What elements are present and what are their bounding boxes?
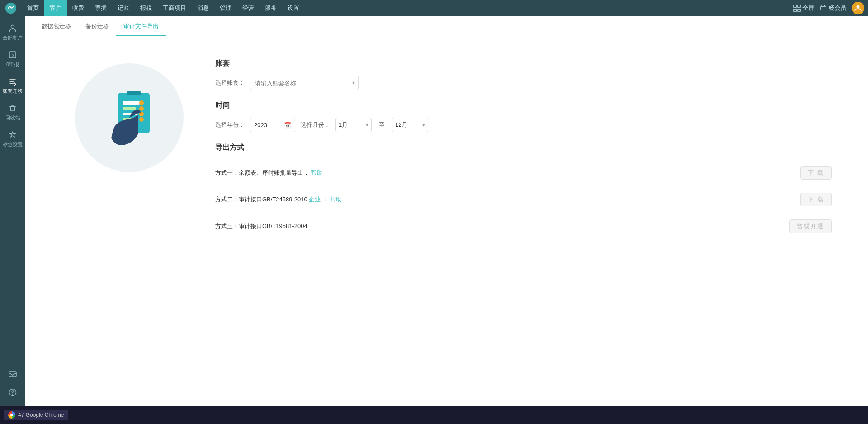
main-layout: 全部客户 0 0申报 账套迁移 回收站 标签设置 — [0, 16, 868, 406]
nav-message[interactable]: 消息 — [192, 0, 214, 16]
taskbar: 47 Google Chrome — [0, 406, 868, 424]
sidebar-label-account-migration: 账套迁移 — [3, 88, 23, 95]
export-method-2-company-link[interactable]: 企业 — [309, 196, 321, 203]
account-form-row: 选择账套： ▾ — [215, 76, 832, 90]
top-nav: 首页 客户 收费 票据 记账 报税 工商项目 消息 管理 经营 服务 设置 全屏… — [0, 0, 868, 16]
nav-client[interactable]: 客户 — [44, 0, 67, 16]
month-label: 选择月份： — [301, 121, 330, 129]
year-input[interactable]: 2023 📅 — [250, 118, 295, 132]
sidebar-bottom-help[interactable] — [0, 384, 25, 400]
export-method-3-text: 方式三：审计接口GB/T19581-2004 — [215, 223, 307, 229]
sidebar-item-recycle[interactable]: 回收站 — [0, 100, 25, 125]
svg-rect-15 — [123, 101, 140, 105]
to-separator: 至 — [377, 121, 387, 129]
export-method-2: 方式二：审计接口GB/T24589-2010 企业 ： 帮助 下 载 — [215, 186, 832, 213]
calendar-icon: 📅 — [284, 122, 291, 129]
svg-point-21 — [139, 106, 144, 111]
svg-rect-16 — [123, 107, 136, 110]
nav-manage[interactable]: 管理 — [214, 0, 237, 16]
illustration-circle — [75, 63, 184, 172]
nav-settings[interactable]: 设置 — [282, 0, 305, 16]
nav-fees[interactable]: 收费 — [67, 0, 90, 16]
svg-point-13 — [12, 394, 13, 395]
sidebar: 全部客户 0 0申报 账套迁移 回收站 标签设置 — [0, 16, 25, 406]
export-method-1-help-link[interactable]: 帮助 — [311, 169, 323, 176]
account-select-label: 选择账套： — [215, 79, 245, 87]
export-section-title: 导出方式 — [215, 143, 832, 152]
export-method-1-label: 方式一：余额表、序时账批量导出： 帮助 — [215, 169, 323, 177]
svg-rect-5 — [798, 9, 800, 11]
top-nav-right: 全屏 畅会员 — [793, 2, 864, 14]
tab-bar: 数据包迁移 备份迁移 审计文件导出 — [25, 16, 868, 36]
sidebar-bottom — [0, 366, 25, 406]
svg-point-8 — [11, 25, 14, 29]
fullscreen-label: 全屏 — [802, 4, 814, 12]
fullscreen-button[interactable]: 全屏 — [793, 4, 814, 12]
nav-tax[interactable]: 报税 — [135, 0, 157, 16]
export-method-2-download-button[interactable]: 下 载 — [800, 193, 832, 206]
sidebar-item-tag-settings[interactable]: 标签设置 — [0, 127, 25, 152]
nav-home[interactable]: 首页 — [22, 0, 44, 16]
export-method-1-download-button[interactable]: 下 载 — [800, 166, 832, 180]
export-method-2-text: 方式二：审计接口GB/T24589-2010 — [215, 196, 307, 203]
svg-rect-4 — [794, 9, 796, 11]
svg-rect-24 — [127, 91, 141, 95]
svg-rect-6 — [821, 6, 826, 10]
account-select-chevron-icon: ▾ — [352, 80, 355, 86]
sidebar-label-all-clients: 全部客户 — [3, 34, 23, 41]
time-form-row: 选择年份： 2023 📅 选择月份： 1月 ▾ 至 12月 — [215, 118, 832, 132]
end-month-value: 12月 — [395, 121, 407, 129]
svg-text:0: 0 — [12, 53, 14, 57]
svg-point-0 — [5, 3, 17, 14]
time-section-title: 时间 — [215, 101, 832, 110]
account-select-input[interactable] — [250, 76, 359, 90]
tab-data-migration[interactable]: 数据包迁移 — [34, 16, 78, 36]
svg-rect-11 — [9, 372, 16, 377]
svg-point-7 — [857, 5, 860, 9]
export-method-2-help-link[interactable]: 帮助 — [330, 196, 342, 203]
export-method-1-text: 方式一：余额表、序时账批量导出： — [215, 169, 309, 176]
sidebar-label-zero-declare: 0申报 — [6, 61, 19, 68]
start-month-select[interactable]: 1月 ▾ — [335, 118, 372, 132]
sidebar-item-all-clients[interactable]: 全部客户 — [0, 20, 25, 45]
svg-point-1 — [8, 7, 9, 9]
member-label: 畅会员 — [829, 4, 846, 12]
start-month-arrow-icon: ▾ — [366, 122, 368, 128]
sidebar-item-account-migration[interactable]: 账套迁移 — [0, 73, 25, 98]
nav-operations[interactable]: 经营 — [237, 0, 259, 16]
taskbar-chrome[interactable]: 47 Google Chrome — [4, 410, 68, 420]
tab-audit-export[interactable]: 审计文件导出 — [116, 16, 166, 36]
export-method-1: 方式一：余额表、序时账批量导出： 帮助 下 载 — [215, 160, 832, 186]
start-month-value: 1月 — [339, 121, 348, 129]
nav-service[interactable]: 服务 — [259, 0, 282, 16]
export-method-3-temp-button[interactable]: 暂缓开通 — [789, 219, 832, 233]
end-month-select[interactable]: 12月 ▾ — [392, 118, 428, 132]
account-select-container[interactable]: ▾ — [250, 76, 359, 90]
svg-rect-2 — [794, 5, 796, 7]
page-content: 账套 选择账套： ▾ 时间 选择年份： 2023 📅 — [25, 36, 868, 406]
chrome-icon — [8, 411, 15, 419]
nav-invoice[interactable]: 票据 — [90, 0, 112, 16]
sidebar-bottom-message[interactable] — [0, 366, 25, 382]
export-section: 导出方式 方式一：余额表、序时账批量导出： 帮助 下 载 方式二：审计接口GB/… — [215, 143, 832, 239]
svg-rect-3 — [798, 5, 800, 7]
content-area: 数据包迁移 备份迁移 审计文件导出 — [25, 16, 868, 406]
export-method-2-label: 方式二：审计接口GB/T24589-2010 企业 ： 帮助 — [215, 195, 342, 204]
member-button[interactable]: 畅会员 — [820, 4, 846, 12]
sidebar-label-tag-settings: 标签设置 — [3, 141, 23, 148]
illustration-image — [93, 81, 165, 154]
export-method-3-label: 方式三：审计接口GB/T19581-2004 — [215, 222, 307, 230]
user-avatar[interactable] — [852, 2, 864, 14]
sidebar-item-zero-declare[interactable]: 0 0申报 — [0, 47, 25, 71]
taskbar-chrome-label: 47 Google Chrome — [18, 412, 64, 418]
export-method-3: 方式三：审计接口GB/T19581-2004 暂缓开通 — [215, 213, 832, 239]
nav-business[interactable]: 工商项目 — [157, 0, 192, 16]
nav-bookkeeping[interactable]: 记账 — [112, 0, 135, 16]
app-logo — [4, 1, 18, 15]
svg-point-20 — [139, 100, 144, 105]
year-label: 选择年份： — [215, 121, 245, 129]
end-month-arrow-icon: ▾ — [422, 122, 425, 128]
svg-point-23 — [139, 117, 144, 122]
nav-items: 首页 客户 收费 票据 记账 报税 工商项目 消息 管理 经营 服务 设置 — [22, 0, 793, 16]
tab-backup-migration[interactable]: 备份迁移 — [78, 16, 116, 36]
